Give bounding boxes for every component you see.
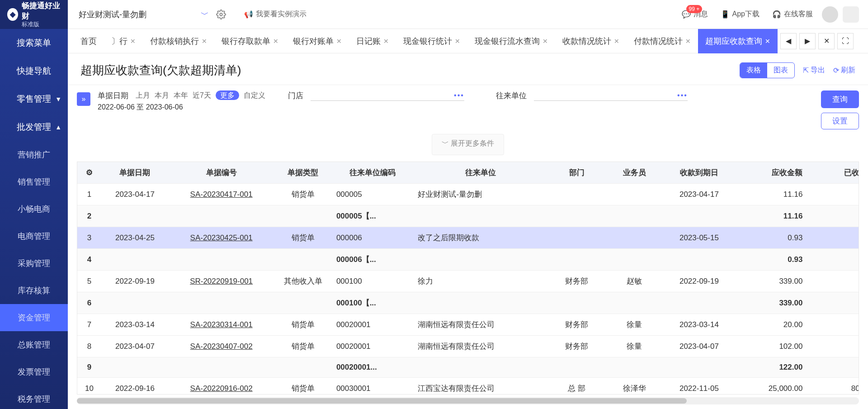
horizontal-scrollbar[interactable] <box>77 397 859 404</box>
date-chip[interactable]: 自定义 <box>244 91 265 99</box>
tab[interactable]: 首页 <box>73 29 104 53</box>
export-button[interactable]: ⇱ 导出 <box>803 66 825 75</box>
sidebar-item[interactable]: 总账管理 <box>0 331 68 358</box>
tab[interactable]: 付款情况统计✕ <box>627 29 698 53</box>
tab[interactable]: 银行存取款单✕ <box>214 29 286 53</box>
view-table[interactable]: 表格 <box>740 63 767 78</box>
date-chip[interactable]: 本月 <box>155 91 169 99</box>
tab[interactable]: 银行对账单✕ <box>286 29 349 53</box>
workspace-selector[interactable]: 好业财测试-量勿删 ﹀ <box>79 9 209 20</box>
collapse-filter-button[interactable]: » <box>77 92 90 106</box>
column-header[interactable]: 业务员 <box>605 162 663 184</box>
gear-icon[interactable] <box>216 10 226 19</box>
close-icon[interactable]: ✕ <box>455 38 460 45</box>
close-icon[interactable]: ✕ <box>273 38 278 45</box>
sidebar-item[interactable]: 零售管理▼ <box>0 85 68 113</box>
filter-store-input[interactable] <box>311 91 454 100</box>
view-toggle[interactable]: 表格 图表 <box>740 62 795 78</box>
close-icon[interactable]: ✕ <box>336 38 342 45</box>
doc-link[interactable]: SA-20230417-001 <box>190 190 253 199</box>
table-row[interactable]: 12023-04-17SA-20230417-001销货单000005好业财测试… <box>77 184 859 205</box>
tab-prev[interactable]: ◀ <box>780 33 797 49</box>
scrollbar-thumb[interactable] <box>77 398 687 404</box>
cell <box>548 227 605 249</box>
date-chip[interactable]: 本年 <box>174 91 188 99</box>
expand-filters-button[interactable]: ﹀ 展开更多条件 <box>432 134 504 155</box>
column-header[interactable]: 往来单位 <box>413 162 547 184</box>
sidebar-item[interactable]: 快捷导航 <box>0 57 68 85</box>
settings-button[interactable]: 设置 <box>821 113 859 129</box>
close-icon[interactable]: ✕ <box>614 38 619 45</box>
view-chart[interactable]: 图表 <box>767 63 794 78</box>
tab[interactable]: 日记账✕ <box>349 29 396 53</box>
doc-link[interactable]: SA-20230425-001 <box>190 233 253 242</box>
sidebar-item[interactable]: 税务管理 <box>0 385 68 409</box>
close-icon[interactable]: ✕ <box>542 38 548 45</box>
table-row[interactable]: 2000005【...11.160.00 <box>77 205 859 227</box>
refresh-label: 刷新 <box>841 66 855 75</box>
tab-label: 现金银行统计 <box>403 36 452 47</box>
org-avatar[interactable] <box>843 6 859 23</box>
tab-next[interactable]: ▶ <box>799 33 816 49</box>
close-icon[interactable]: ✕ <box>202 38 207 45</box>
refresh-button[interactable]: ⟳ 刷新 <box>833 66 855 75</box>
gear-icon[interactable]: ⚙ <box>86 168 93 177</box>
tab[interactable]: 付款核销执行✕ <box>143 29 214 53</box>
tab[interactable]: 超期应收款查询✕ <box>698 29 778 53</box>
date-chip[interactable]: 上月 <box>136 91 150 99</box>
sidebar-item[interactable]: 销售管理 <box>0 168 68 195</box>
doc-link[interactable]: SA-20230314-001 <box>190 320 253 329</box>
column-header[interactable]: 单据日期 <box>101 162 169 184</box>
column-header[interactable]: 已收金额 <box>807 162 859 184</box>
table-row[interactable]: 52022-09-19SR-20220919-001其他收入单000100徐力财… <box>77 271 859 292</box>
avatar[interactable] <box>822 6 838 23</box>
table-row[interactable]: 82023-04-07SA-20230407-002销货单00020001湖南恒… <box>77 336 859 357</box>
sidebar-item[interactable]: 采购管理 <box>0 250 68 277</box>
tab[interactable]: 〕行✕ <box>104 29 143 53</box>
date-chip[interactable]: 近7天 <box>193 91 211 99</box>
close-icon[interactable]: ✕ <box>130 38 136 45</box>
table-row[interactable]: 72023-03-14SA-20230314-001销货单00020001湖南恒… <box>77 314 859 336</box>
column-header[interactable]: 单据类型 <box>274 162 331 184</box>
doc-link[interactable]: SA-20230407-002 <box>190 342 253 351</box>
sidebar-item[interactable]: 资金管理 <box>0 304 68 331</box>
fullscreen-button[interactable]: ⛶ <box>837 33 854 49</box>
column-header[interactable]: ⚙ <box>77 162 101 184</box>
sidebar-item[interactable]: 电商管理 <box>0 223 68 250</box>
messages-button[interactable]: 99 + 💬 消息 <box>682 10 708 19</box>
more-icon[interactable]: ••• <box>677 91 688 100</box>
sidebar-item[interactable]: 搜索菜单 <box>0 29 68 57</box>
sidebar-item[interactable]: 营销推广 <box>0 141 68 168</box>
tab[interactable]: 现金银行统计✕ <box>396 29 467 53</box>
sidebar-item[interactable]: 库存核算 <box>0 277 68 304</box>
column-header[interactable]: 往来单位编码 <box>332 162 414 184</box>
column-header[interactable]: 单据编号 <box>169 162 274 184</box>
sidebar-item[interactable]: 批发管理▲ <box>0 113 68 141</box>
tab-close-all[interactable]: ✕ <box>818 33 835 49</box>
close-icon[interactable]: ✕ <box>685 38 691 45</box>
table-row[interactable]: 102022-09-16SA-20220916-002销货单00030001江西… <box>77 378 859 395</box>
more-icon[interactable]: ••• <box>454 91 464 100</box>
close-icon[interactable]: ✕ <box>765 38 770 45</box>
date-chip[interactable]: 更多 <box>216 90 239 100</box>
filter-partner-input[interactable] <box>534 91 677 100</box>
table-row[interactable]: 32023-04-25SA-20230425-001销货单000006改了之后限… <box>77 227 859 249</box>
app-download-button[interactable]: 📱 App下载 <box>721 10 760 19</box>
doc-link[interactable]: SA-20220916-002 <box>190 384 253 393</box>
table-row[interactable]: 6000100【...339.00 <box>77 292 859 314</box>
demo-link[interactable]: 📢 我要看实例演示 <box>244 10 307 19</box>
tab[interactable]: 现金银行流水查询✕ <box>467 29 555 53</box>
column-header[interactable]: 收款到期日 <box>663 162 735 184</box>
sidebar-item[interactable]: 小畅电商 <box>0 195 68 223</box>
support-button[interactable]: 🎧 在线客服 <box>772 10 813 19</box>
close-icon[interactable]: ✕ <box>383 38 389 45</box>
cell: 00020001 <box>332 336 414 357</box>
doc-link[interactable]: SR-20220919-001 <box>190 277 253 285</box>
table-row[interactable]: 900020001...122.000.00 <box>77 357 859 378</box>
column-header[interactable]: 部门 <box>548 162 605 184</box>
column-header[interactable]: 应收金额 <box>735 162 807 184</box>
tab[interactable]: 收款情况统计✕ <box>555 29 627 53</box>
sidebar-item[interactable]: 发票管理 <box>0 358 68 385</box>
table-row[interactable]: 4000006【...0.930.00 <box>77 249 859 271</box>
query-button[interactable]: 查询 <box>821 90 859 108</box>
